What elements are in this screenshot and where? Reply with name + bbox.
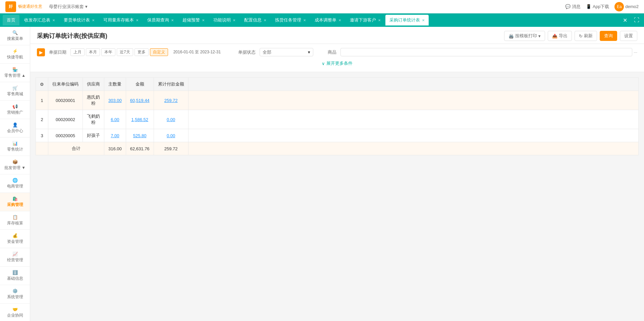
tab-close-icon[interactable]: ✕: [422, 18, 425, 22]
row-spacer: [188, 91, 638, 110]
tab-close-icon[interactable]: ✕: [202, 18, 205, 22]
top-bar: 好 畅捷通好生意 母婴行业演示账套 ▾ 💬 消息 📱 App下载 Ea demo…: [0, 0, 644, 13]
sidebar-item-label: 基础信息: [1, 276, 29, 281]
row-quantity: 6.00: [104, 110, 126, 129]
sidebar-item-retail-stats[interactable]: 📊 零售统计: [0, 138, 30, 156]
query-btn[interactable]: 查询: [600, 31, 617, 41]
app-download-btn[interactable]: 📱 App下载: [586, 4, 609, 10]
filter-toggle-btn[interactable]: ▶: [37, 48, 45, 56]
table-row: 1 00020001 惠氏奶粉 303.00 60,519.44 259.72: [36, 91, 639, 110]
sidebar-item-retail-mall[interactable]: 🛒 零售商城: [0, 82, 30, 101]
tab-close-icon[interactable]: ✕: [264, 18, 266, 22]
date-btn-7days[interactable]: 近7天: [117, 48, 133, 56]
tab-inventory-account[interactable]: 可用量库存账本 ✕: [99, 15, 143, 25]
tab-close-icon[interactable]: ✕: [338, 18, 341, 22]
quantity-link[interactable]: 6.00: [111, 117, 119, 122]
nav-close-btn[interactable]: ✕: [621, 16, 629, 24]
tab-function-desc[interactable]: 功能说明 ✕: [209, 15, 239, 25]
query-label: 查询: [604, 33, 613, 39]
nav-maximize-btn[interactable]: ⛶: [632, 16, 641, 24]
sidebar-item-wholesale[interactable]: 📦 批发管理 ▼: [0, 156, 30, 174]
date-btn-custom[interactable]: 自定义: [150, 48, 168, 56]
quantity-link[interactable]: 7.00: [111, 133, 119, 138]
th-spacer: [188, 78, 638, 91]
paid-link[interactable]: 0.00: [167, 133, 175, 138]
column-settings-icon[interactable]: ⚙: [40, 82, 44, 87]
message-label: 消息: [572, 4, 581, 10]
expand-filters-btn[interactable]: ∨ 展开更多条件: [319, 59, 355, 68]
tab-purchase-summary[interactable]: 要货单统计表 ✕: [60, 15, 99, 25]
row-paid: 259.72: [154, 91, 188, 110]
export-btn[interactable]: 📤 导出: [548, 31, 572, 41]
tab-purchase-order-stats[interactable]: 采购订单统计表 ✕: [385, 15, 429, 25]
status-select[interactable]: 全部: [260, 48, 313, 56]
print-btn[interactable]: 🖨️ 按模板打印 ▾: [504, 31, 545, 41]
basic-info-icon: ℹ️: [1, 270, 29, 275]
tab-close-icon[interactable]: ✕: [378, 18, 381, 22]
cooperation-icon: 🤝: [1, 307, 29, 312]
product-input[interactable]: [340, 48, 632, 56]
user-info[interactable]: Ea demo2: [614, 2, 639, 11]
message-btn[interactable]: 💬 消息: [565, 4, 581, 10]
tab-close-icon[interactable]: ✕: [233, 18, 235, 22]
sidebar-item-label: 库存核算: [1, 220, 29, 226]
row-amount: 1,586.52: [126, 110, 154, 129]
tab-close-icon[interactable]: ✕: [92, 18, 95, 22]
sidebar-item-purchase[interactable]: 🛍️ 采购管理: [0, 193, 30, 211]
retail-mall-icon: 🛒: [1, 86, 29, 91]
settings-btn[interactable]: 设置: [620, 31, 637, 41]
tab-invite-downstream[interactable]: 邀请下游客户 ✕: [346, 15, 385, 25]
nav-tabs: 首页 收发存汇总表 ✕ 要货单统计表 ✕ 可用量库存账本 ✕ 保质期查询 ✕ 超…: [0, 13, 644, 27]
sidebar-item-finance[interactable]: 💰 资金管理: [0, 230, 30, 248]
tab-label: 邀请下游客户: [350, 17, 376, 23]
amount-link[interactable]: 525.80: [133, 133, 147, 138]
tab-receive-send[interactable]: 收发存汇总表 ✕: [20, 15, 59, 25]
date-btn-this-month[interactable]: 本月: [86, 48, 100, 56]
amount-link[interactable]: 60,519.44: [130, 98, 150, 103]
tab-close-icon[interactable]: ✕: [171, 18, 174, 22]
quantity-link[interactable]: 303.00: [108, 98, 122, 103]
row-spacer: [188, 129, 638, 142]
tab-pick-task[interactable]: 拣货任务管理 ✕: [271, 15, 310, 25]
date-btn-this-year[interactable]: 本年: [101, 48, 115, 56]
sidebar-item-basic-info[interactable]: ℹ️ 基础信息: [0, 267, 30, 285]
content-area: 采购订单统计表(按供应商) 🖨️ 按模板打印 ▾ 📤 导出 ↻ 刷新 查询: [30, 27, 644, 321]
sidebar-item-quick-nav[interactable]: ⚡ 快捷导航: [0, 45, 30, 64]
date-btn-last-month[interactable]: 上月: [70, 48, 85, 56]
amount-link[interactable]: 1,586.52: [131, 117, 148, 122]
tab-close-icon[interactable]: ✕: [52, 18, 55, 22]
sidebar-item-marketing[interactable]: 📢 营销推广: [0, 101, 30, 119]
sidebar-item-operations[interactable]: 📈 经营管理: [0, 248, 30, 267]
paid-link[interactable]: 0.00: [167, 117, 175, 122]
table-row: 2 00020002 飞鹤奶粉 6.00 1,586.52 0.00: [36, 110, 639, 129]
sidebar-item-system[interactable]: ⚙️ 系统管理: [0, 285, 30, 304]
expand-label: 展开更多条件: [326, 60, 353, 66]
tab-label: 可用量库存账本: [103, 17, 134, 23]
sidebar-item-label: 会员中心: [1, 128, 29, 134]
date-btn-more[interactable]: 更多: [135, 48, 149, 56]
sidebar-item-inventory[interactable]: 📋 库存核算: [0, 211, 30, 230]
sidebar-item-ecommerce[interactable]: 🌐 电商管理: [0, 174, 30, 193]
tab-cost-adjust[interactable]: 成本调整单 ✕: [311, 15, 345, 25]
product-more-icon[interactable]: ···: [634, 50, 637, 55]
th-amount: 金额: [126, 78, 154, 91]
refresh-btn[interactable]: ↻ 刷新: [575, 31, 597, 41]
tab-close-icon[interactable]: ✕: [136, 18, 139, 22]
tab-close-icon[interactable]: ✕: [303, 18, 306, 22]
tab-overstock[interactable]: 超储预警 ✕: [178, 15, 209, 25]
sidebar: 🔍 搜索菜单 ⚡ 快捷导航 🏪 零售管理 ▲ 🛒 零售商城 📢 营销推广 👤 会…: [0, 27, 30, 321]
workspace-selector[interactable]: 母婴行业演示账套 ▾: [49, 4, 88, 10]
page-header: 采购订单统计表(按供应商) 🖨️ 按模板打印 ▾ 📤 导出 ↻ 刷新 查询: [30, 27, 644, 44]
row-num: 1: [36, 91, 48, 110]
tab-home[interactable]: 首页: [3, 15, 19, 25]
finance-icon: 💰: [1, 233, 29, 238]
sidebar-item-cooperation[interactable]: 🤝 企业协同: [0, 304, 30, 321]
sidebar-item-search[interactable]: 🔍 搜索菜单: [0, 27, 30, 45]
tab-config-info[interactable]: 配置信息 ✕: [240, 15, 270, 25]
row-quantity: 7.00: [104, 129, 126, 142]
tab-shelf-life[interactable]: 保质期查询 ✕: [143, 15, 178, 25]
sidebar-item-members[interactable]: 👤 会员中心: [0, 119, 30, 138]
sidebar-item-retail[interactable]: 🏪 零售管理 ▲: [0, 64, 30, 82]
paid-link[interactable]: 259.72: [164, 98, 178, 103]
user-avatar: Ea: [614, 2, 624, 11]
